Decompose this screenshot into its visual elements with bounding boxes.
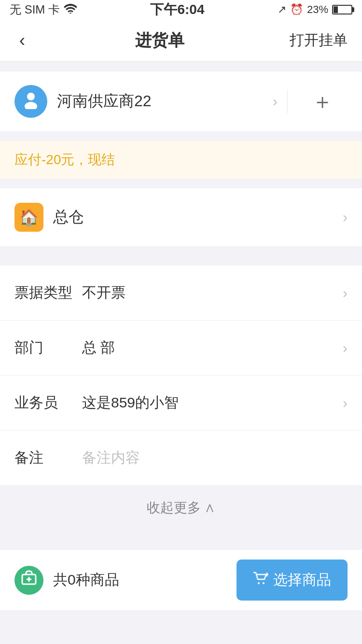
- product-icon: [20, 570, 38, 590]
- department-label: 部门: [14, 338, 72, 358]
- salesperson-row[interactable]: 业务员 这是859的小智 ›: [0, 376, 362, 431]
- person-icon: [21, 90, 41, 113]
- page-title: 进货单: [135, 29, 184, 52]
- house-icon: 🏠: [19, 208, 39, 226]
- open-pending-button[interactable]: 打开挂单: [290, 30, 348, 50]
- vertical-divider: [287, 89, 288, 113]
- status-left: 无 SIM 卡: [10, 2, 77, 17]
- warehouse-chevron-icon: ›: [343, 209, 348, 225]
- collapse-button[interactable]: 收起更多 ∧: [0, 485, 362, 531]
- invoice-type-label: 票据类型: [14, 283, 72, 303]
- supplier-avatar: [14, 85, 47, 118]
- battery-icon: [332, 5, 352, 14]
- separator: [0, 256, 362, 266]
- warehouse-card: 🏠 总仓 ›: [0, 188, 362, 246]
- supplier-card: 河南供应商22 › ＋: [0, 71, 362, 131]
- invoice-type-value: 不开票: [82, 283, 343, 303]
- wifi-icon: [64, 3, 77, 16]
- invoice-type-chevron-icon: ›: [343, 285, 348, 301]
- department-row[interactable]: 部门 总 部 ›: [0, 321, 362, 376]
- notice-banner: 应付-20元，现结: [0, 141, 362, 179]
- status-right: ↗ ⏰ 23%: [278, 3, 352, 16]
- content: 河南供应商22 › ＋ 应付-20元，现结 🏠 总仓 › 票据类型 不开票 › …: [0, 62, 362, 610]
- bottom-bar: 共0种商品 选择商品: [0, 550, 362, 610]
- department-value: 总 部: [82, 338, 343, 358]
- svg-point-2: [25, 102, 37, 109]
- separator2: [0, 531, 362, 540]
- invoice-type-row[interactable]: 票据类型 不开票 ›: [0, 266, 362, 321]
- svg-point-6: [258, 582, 260, 584]
- add-button[interactable]: ＋: [297, 87, 348, 116]
- salesperson-label: 业务员: [14, 393, 72, 413]
- salesperson-chevron-icon: ›: [343, 395, 348, 411]
- product-count: 共0种商品: [53, 570, 227, 590]
- nav-bar: ‹ 进货单 打开挂单: [0, 19, 362, 62]
- warehouse-row[interactable]: 🏠 总仓 ›: [0, 188, 362, 246]
- remark-row[interactable]: 备注 备注内容: [0, 431, 362, 485]
- remark-value[interactable]: 备注内容: [82, 448, 348, 468]
- supplier-name: 河南供应商22: [57, 91, 273, 112]
- select-product-button[interactable]: 选择商品: [237, 560, 348, 601]
- cart-add-icon: [253, 572, 268, 588]
- supplier-chevron-icon: ›: [273, 93, 278, 110]
- location-icon: ↗: [278, 3, 286, 16]
- svg-point-0: [70, 13, 71, 14]
- svg-point-7: [263, 582, 265, 584]
- back-button[interactable]: ‹: [14, 26, 30, 56]
- svg-point-1: [27, 93, 35, 100]
- supplier-row[interactable]: 河南供应商22 › ＋: [0, 71, 362, 131]
- collapse-label: 收起更多 ∧: [147, 500, 216, 515]
- alarm-icon: ⏰: [290, 3, 303, 16]
- department-chevron-icon: ›: [343, 340, 348, 356]
- remark-label: 备注: [14, 448, 72, 468]
- status-time: 下午6:04: [150, 0, 204, 19]
- select-product-label: 选择商品: [273, 570, 331, 590]
- sim-label: 无 SIM 卡: [10, 2, 60, 17]
- notice-text: 应付-20元，现结: [14, 152, 115, 167]
- warehouse-label: 总仓: [53, 207, 343, 228]
- warehouse-icon: 🏠: [14, 203, 43, 232]
- product-icon-wrap: [14, 566, 43, 595]
- battery-percent: 23%: [307, 3, 328, 16]
- salesperson-value: 这是859的小智: [82, 393, 343, 413]
- status-bar: 无 SIM 卡 下午6:04 ↗ ⏰ 23%: [0, 0, 362, 19]
- fields-card: 票据类型 不开票 › 部门 总 部 › 业务员 这是859的小智 › 备注 备注…: [0, 266, 362, 485]
